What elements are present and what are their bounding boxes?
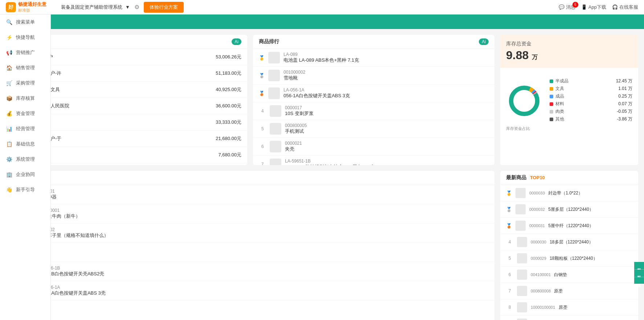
float-btn-service[interactable]: 客服热线 bbox=[634, 262, 644, 270]
inventory-total-value: 9.88 bbox=[506, 49, 529, 62]
new-rank-8: 8 bbox=[506, 305, 513, 310]
system-icon: ⚙️ bbox=[6, 156, 12, 163]
app-download-button[interactable]: 📱 App下载 bbox=[581, 4, 606, 11]
new-medal-1: 🥇 bbox=[506, 190, 512, 196]
product-img-7 bbox=[270, 159, 281, 165]
svg-rect-23 bbox=[516, 189, 525, 197]
new-rank-7: 7 bbox=[506, 288, 513, 294]
float-buttons: 客服热线 服务社区 直播 bbox=[634, 262, 644, 284]
hot-products-card: 热销商品 TOP10 🥇 0000001 中华神器 bbox=[6, 171, 494, 320]
guide-icon: 👋 bbox=[6, 186, 12, 193]
quick-nav-icon: ⚡ bbox=[6, 34, 12, 41]
legend-item-6: 其他 -3.86 万 bbox=[550, 116, 632, 122]
product-row-7: 7 LA-59651-1B 59651-1B旋转投影灯电池盒ABS黑色+58克 bbox=[253, 156, 494, 165]
product-ai-badge: Ai bbox=[479, 38, 489, 45]
hot-product-row-6: 6 LA-056-1A 056-1A白色按键开关盖ABS 3壳 bbox=[6, 281, 494, 300]
legend-dot-1 bbox=[550, 79, 553, 83]
new-product-row-7: 7 000800008 原垄 bbox=[500, 283, 638, 299]
hot-product-row-4: 4 01 45# bbox=[6, 243, 494, 262]
rank-num-p7: 7 bbox=[259, 162, 266, 165]
legend-item-3: 成品 0.25 万 bbox=[550, 93, 632, 99]
hot-product-row-3: 🥉 0000002 智利车子里（规格不知道填什么） bbox=[6, 223, 494, 243]
hot-product-row-1: 🥇 0000001 中华神器 bbox=[6, 185, 494, 204]
svg-rect-28 bbox=[518, 270, 526, 279]
new-medal-2: 🥈 bbox=[506, 207, 512, 212]
inventory-chart-area: 半成品 12.45 万 文具 1.01 万 成品 0.25 万 bbox=[506, 78, 632, 124]
new-product-img-8 bbox=[517, 302, 527, 312]
float-btn-live[interactable]: 直播 bbox=[634, 277, 644, 284]
marketing-icon: 📢 bbox=[6, 49, 12, 56]
product-info-2: 001000002 雪地靴 bbox=[284, 70, 489, 81]
svg-rect-4 bbox=[271, 124, 280, 133]
customer-amount-3: 40,925.00元 bbox=[216, 86, 241, 93]
sidebar-item-corporate[interactable]: 🏢 企业协同 bbox=[0, 167, 50, 182]
svg-rect-25 bbox=[516, 221, 525, 230]
product-row-5: 5 000800005 手机测试 bbox=[253, 120, 494, 138]
phone-icon: 📱 bbox=[581, 4, 587, 10]
product-row-1: 🥇 LA-089 电池盖 LA-089 ABS本色+黑种 7.1克 bbox=[253, 49, 494, 67]
gear-icon[interactable]: ⚙ bbox=[134, 4, 139, 11]
hot-products-list: 🥇 0000001 中华神器 🥈 bbox=[6, 185, 494, 301]
page-header: 首页 bbox=[0, 15, 644, 29]
new-products-list: 🥇 0000033 封边带（1.0*22） 🥈 bbox=[500, 185, 638, 320]
product-ranking-list: 🥇 LA-089 电池盖 LA-089 ABS本色+黑种 7.1克 🥈 bbox=[253, 49, 494, 165]
product-row-6: 6 0000021 夹壳 bbox=[253, 138, 494, 156]
svg-rect-3 bbox=[271, 107, 280, 115]
new-products-header: 最新商品 TOP10 bbox=[500, 171, 638, 185]
new-product-info-5: 0000029 18颗粒板（1220*2440） bbox=[531, 255, 632, 262]
svg-rect-29 bbox=[518, 287, 526, 295]
logo-icon: 好 bbox=[6, 2, 16, 12]
legend-item-5: 肉类 -0.05 万 bbox=[550, 108, 632, 115]
new-rank-5: 5 bbox=[506, 256, 513, 261]
customer-name-4: 苍南县人民医院 bbox=[36, 103, 212, 109]
float-btn-community[interactable]: 服务社区 bbox=[634, 270, 644, 277]
new-product-row-3: 🥉 0000031 5厘中纤（1220*2440） bbox=[500, 218, 638, 234]
online-service-button[interactable]: 🎧 在线客服 bbox=[612, 4, 638, 11]
sidebar-item-marketing[interactable]: 📢 营销推广 bbox=[0, 45, 50, 60]
sidebar-item-finance[interactable]: 💰 资金管理 bbox=[0, 106, 50, 121]
system-selector[interactable]: 装备及固定资产辅助管理系统 ▼ bbox=[61, 4, 130, 11]
sidebar-item-purchase[interactable]: 🛒 采购管理 bbox=[0, 75, 50, 91]
trial-button[interactable]: 体验行业方案 bbox=[144, 2, 184, 13]
legend-item-4: 材料 0.07 万 bbox=[550, 101, 632, 107]
chart-label: 库存资金占比 bbox=[506, 126, 632, 131]
new-product-img-9 bbox=[517, 319, 527, 320]
sidebar-item-operations[interactable]: 📊 经营管理 bbox=[0, 121, 50, 136]
product-img-2 bbox=[268, 70, 280, 81]
hot-product-row-2: 🥈 000500001 新西兰牛肉（新牛） bbox=[6, 204, 494, 223]
product-medal-1: 🥇 bbox=[259, 55, 265, 61]
product-info-6: 0000021 夹壳 bbox=[285, 141, 489, 152]
new-product-info-1: 0000033 封边带（1.0*22） bbox=[529, 190, 632, 196]
customer-name-2: 零售客户-许 bbox=[36, 70, 212, 77]
new-products-top-label: TOP10 bbox=[530, 175, 545, 180]
sidebar-item-sales[interactable]: 🏠 销售管理 bbox=[0, 60, 50, 75]
legend-item-1: 半成品 12.45 万 bbox=[550, 78, 632, 84]
product-img-6 bbox=[270, 141, 281, 152]
inventory-icon: 📦 bbox=[6, 95, 12, 102]
service-icon: 🎧 bbox=[612, 4, 618, 10]
svg-rect-26 bbox=[518, 238, 526, 246]
legend-dot-4 bbox=[550, 102, 553, 106]
sidebar-item-inventory[interactable]: 📦 库存核算 bbox=[0, 91, 50, 106]
logo-area: 好 畅捷通好生意 标准版 bbox=[6, 1, 57, 13]
sidebar-item-basic-info[interactable]: 📋 基础信息 bbox=[0, 136, 50, 152]
customer-name-3: 红太阳文具 bbox=[36, 86, 212, 93]
svg-rect-30 bbox=[518, 303, 526, 312]
sidebar-item-quick-nav[interactable]: ⚡ 快捷导航 bbox=[0, 30, 50, 45]
sidebar-item-guide[interactable]: 👋 新手引导 bbox=[0, 182, 50, 197]
new-medal-3: 🥉 bbox=[506, 223, 512, 229]
hot-product-row-7: 7 NB2.0X30B 2.0X30MM双搓花轴.搓花直径2.1MM/ROHS bbox=[6, 300, 494, 301]
svg-rect-1 bbox=[270, 71, 278, 80]
new-product-row-6: 6 004100001 白钢垫 bbox=[500, 267, 638, 283]
customer-name-1: LS 客户 bbox=[36, 54, 212, 60]
new-product-img-1 bbox=[515, 188, 526, 198]
messages-button[interactable]: 💬 消息 6 bbox=[559, 4, 575, 11]
new-product-img-4 bbox=[517, 237, 527, 247]
new-product-info-8: 10000100001 原垄 bbox=[531, 304, 632, 311]
full-layout: 🔍 搜索菜单 ⚡ 快捷导航 📢 营销推广 🏠 销售管理 🛒 采购管理 📦 库存核… bbox=[0, 15, 644, 320]
sidebar-item-system[interactable]: ⚙️ 系统管理 bbox=[0, 152, 50, 167]
page-body: 首页 客户排行 Ai 🥇 L LS 客户 53,006.26元 bbox=[0, 15, 644, 320]
customer-name-5: 星扬 bbox=[36, 119, 212, 126]
sidebar-item-search[interactable]: 🔍 搜索菜单 bbox=[0, 15, 50, 30]
product-img-1 bbox=[268, 52, 280, 63]
